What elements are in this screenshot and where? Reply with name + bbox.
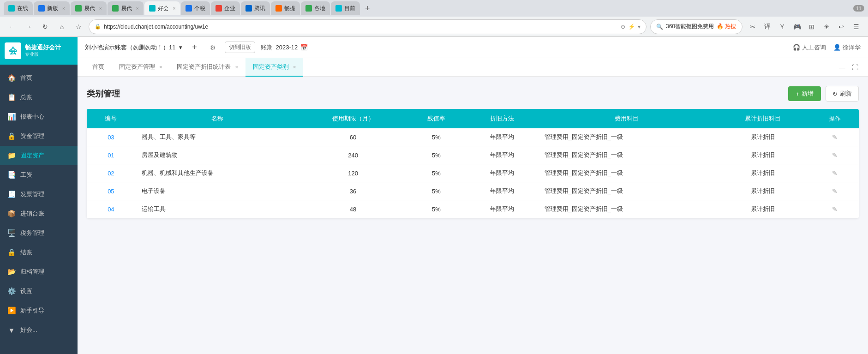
sub-tab-category-close[interactable]: ×: [293, 64, 296, 70]
cell-action-2[interactable]: ✎: [810, 164, 859, 182]
browser-tab-1[interactable]: 在线: [4, 1, 33, 15]
currency-icon[interactable]: ¥: [776, 20, 789, 33]
sub-tabs: 首页 固定资产管理 × 固定资产折旧统计表 × 固定资产类别 × — ⛶: [78, 58, 868, 77]
sidebar-label-ledger: 总账: [20, 93, 32, 102]
home-icon: 🏠: [7, 74, 16, 82]
browser-tab-4[interactable]: 易代 ×: [108, 1, 144, 15]
calendar-icon[interactable]: 📅: [300, 44, 308, 51]
browser-tab-11[interactable]: 目前: [331, 1, 360, 15]
browser-tab-8[interactable]: 腾讯: [241, 1, 270, 15]
edit-icon-0[interactable]: ✎: [832, 133, 838, 141]
sidebar-item-guide[interactable]: ▶️ 新手引导: [0, 301, 78, 320]
sidebar-item-report[interactable]: 📊 报表中心: [0, 107, 78, 126]
cell-code-0: 03: [87, 128, 135, 146]
browser-tab-3[interactable]: 易代 ×: [71, 1, 107, 15]
edit-icon-2[interactable]: ✎: [832, 169, 838, 177]
sidebar-item-ledger[interactable]: 📋 总账: [0, 88, 78, 107]
browser-toolbar: ← → ↻ ⌂ ☆ 🔒 https://cloud.chanjet.com/ac…: [0, 17, 868, 37]
sidebar-label-fixed: 固定资产: [20, 151, 44, 160]
browser-tabs: 在线 新版 × 易代 × 易代 × 好会 × 个税 企业: [0, 0, 868, 17]
sidebar-item-payroll[interactable]: 📑 工资: [0, 165, 78, 185]
tab-close-3[interactable]: ×: [99, 6, 102, 11]
sub-tab-category[interactable]: 固定资产类别 ×: [245, 58, 303, 77]
home-button[interactable]: ⌂: [55, 20, 68, 33]
sidebar-item-stock[interactable]: 📦 进销台账: [0, 204, 78, 223]
sidebar-logo: 会 畅捷通好会计 专业版: [0, 37, 78, 65]
tab-minimize-button[interactable]: —: [837, 62, 848, 73]
menu-icon[interactable]: ☰: [850, 20, 862, 33]
header-add-button[interactable]: +: [188, 41, 201, 54]
cell-action-3[interactable]: ✎: [810, 182, 859, 200]
page-title-bar: 类别管理 + 新增 ↻ 刷新: [87, 86, 859, 102]
edit-icon-3[interactable]: ✎: [832, 187, 838, 195]
undo-icon[interactable]: ↩: [835, 20, 848, 33]
browser-tab-2[interactable]: 新版 ×: [34, 1, 70, 15]
fixed-icon: 📁: [7, 151, 16, 160]
sidebar-item-fund[interactable]: 🔒 资金管理: [0, 126, 78, 146]
search-bar[interactable]: 🔍 360智能抠图免费用 🔥 热搜: [650, 19, 742, 34]
tab-maximize-button[interactable]: ⛶: [850, 62, 861, 73]
switch-version-button[interactable]: 切到旧版: [225, 42, 255, 53]
sidebar-item-tax[interactable]: 🖥️ 税务管理: [0, 223, 78, 243]
sub-tab-asset-mgmt-close[interactable]: ×: [159, 64, 162, 70]
new-tab-button[interactable]: +: [361, 2, 374, 15]
sidebar-item-home[interactable]: 🏠 首页: [0, 68, 78, 88]
sidebar-item-close[interactable]: 🔒 结账: [0, 243, 78, 262]
translate-icon[interactable]: 译: [761, 20, 774, 33]
bookmark-button[interactable]: ☆: [72, 20, 85, 33]
tab-close-2[interactable]: ×: [62, 6, 65, 11]
address-bar[interactable]: 🔒 https://cloud.chanjet.com/accounting/u…: [89, 19, 647, 34]
cell-residual-0: 5%: [406, 128, 466, 146]
cell-period-2: 120: [300, 164, 407, 182]
dropdown-icon[interactable]: ▾: [638, 24, 641, 30]
sidebar-label-more: 好会...: [20, 326, 37, 334]
search-icon: 🔍: [656, 24, 663, 30]
browser-tab-5[interactable]: 好会 ×: [144, 1, 180, 15]
game-icon[interactable]: 🎮: [790, 20, 803, 33]
service-button[interactable]: 🎧 人工咨询: [793, 43, 826, 52]
header-user[interactable]: 刘小艳演示账套（勿删勿动！）11 ▾: [85, 43, 182, 52]
browser-tab-10[interactable]: 各地: [301, 1, 330, 15]
cell-expense-2: 管理费用_固定资产折旧_一级: [538, 164, 716, 182]
grid-icon[interactable]: ⊞: [805, 20, 818, 33]
user-dropdown-icon: ▾: [179, 44, 182, 51]
reload-button[interactable]: ↻: [39, 20, 52, 33]
sidebar-label-report: 报表中心: [20, 113, 44, 121]
cell-accum-4: 累计折旧: [716, 200, 811, 218]
sidebar-item-fixed[interactable]: 📁 固定资产: [0, 146, 78, 165]
tab-close-5[interactable]: ×: [173, 6, 176, 11]
brightness-icon[interactable]: ☀: [820, 20, 833, 33]
sidebar-label-payroll: 工资: [20, 171, 32, 179]
sidebar-item-invoice[interactable]: 🧾 发票管理: [0, 185, 78, 204]
sidebar-item-more[interactable]: ▼ 好会...: [0, 320, 78, 340]
sidebar: 会 畅捷通好会计 专业版 🏠 首页 📋 总账 📊 报表中心 🔒 资金管理: [0, 37, 78, 354]
browser-tab-9[interactable]: 畅提: [271, 1, 300, 15]
cell-residual-3: 5%: [406, 182, 466, 200]
cell-method-3: 年限平均: [466, 182, 538, 200]
back-button[interactable]: ←: [6, 20, 18, 33]
sidebar-item-settings[interactable]: ⚙️ 设置: [0, 282, 78, 301]
refresh-icon: ↻: [832, 90, 838, 97]
cell-method-2: 年限平均: [466, 164, 538, 182]
cell-action-1[interactable]: ✎: [810, 146, 859, 164]
cell-action-4[interactable]: ✎: [810, 200, 859, 218]
sub-tab-asset-mgmt[interactable]: 固定资产管理 ×: [112, 58, 169, 77]
tab-close-4[interactable]: ×: [136, 6, 139, 11]
edit-icon-4[interactable]: ✎: [832, 205, 838, 213]
add-button[interactable]: + 新增: [788, 86, 821, 101]
user-profile[interactable]: 👤 徐泽华: [833, 43, 861, 52]
logo-icon: 会: [5, 42, 21, 59]
edit-icon-1[interactable]: ✎: [832, 151, 838, 159]
sidebar-item-archive[interactable]: 📂 归档管理: [0, 262, 78, 282]
browser-tab-7[interactable]: 企业: [211, 1, 240, 15]
refresh-button[interactable]: ↻ 刷新: [826, 86, 859, 102]
header-settings-button[interactable]: ⚙: [206, 41, 219, 54]
cell-action-0[interactable]: ✎: [810, 128, 859, 146]
sub-tab-home[interactable]: 首页: [85, 58, 112, 77]
scissors-icon[interactable]: ✂: [746, 20, 759, 33]
browser-tab-6[interactable]: 个税: [181, 1, 210, 15]
table-header-row: 编号 名称 使用期限（月） 残值率 折旧方法 费用科目 累计折旧科目 操作: [87, 109, 859, 128]
forward-button[interactable]: →: [22, 20, 35, 33]
sub-tab-depreciation-close[interactable]: ×: [235, 64, 238, 70]
sub-tab-depreciation[interactable]: 固定资产折旧统计表 ×: [169, 58, 245, 77]
